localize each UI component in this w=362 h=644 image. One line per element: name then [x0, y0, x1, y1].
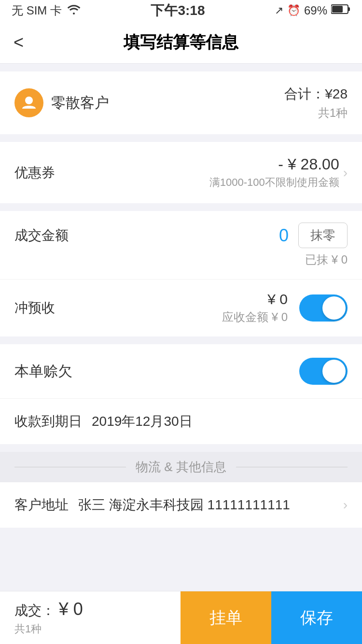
debt-toggle-knob [322, 360, 346, 383]
coupon-amount: - ¥ 28.00 [278, 155, 339, 173]
address-chevron: › [343, 497, 348, 513]
address-value: 张三 海淀永丰科技园 11111111111 [78, 496, 334, 514]
toggle-knob [322, 296, 346, 320]
debt-toggle[interactable] [299, 358, 348, 385]
due-date-value[interactable]: 2019年12月30日 [92, 412, 193, 431]
page-title: 填写结算等信息 [124, 31, 238, 54]
address-label: 客户地址 [14, 496, 69, 514]
svg-rect-1 [348, 7, 350, 11]
coupon-section[interactable]: 优惠券 - ¥ 28.00 满1000-100不限制使用金额 › [0, 142, 362, 203]
bottom-deal-amount: ¥ 0 [59, 599, 83, 619]
logistics-label: 物流 & 其他信息 [126, 459, 236, 476]
battery-icon [331, 4, 350, 17]
prepay-amount: ¥ 0 [222, 291, 288, 308]
coupon-label: 优惠券 [14, 164, 55, 182]
logistics-header: 物流 & 其他信息 [0, 452, 362, 482]
deal-row: 成交金额 0 抹零 已抹 ¥ 0 [0, 211, 362, 279]
nav-bar: < 填写结算等信息 [0, 21, 362, 64]
customer-row: 零散客户 合计：¥28 共1种 [0, 71, 362, 134]
prepay-label: 冲预收 [14, 299, 55, 317]
date-row: 收款到期日 2019年12月30日 [0, 398, 362, 444]
bottom-deal-label: 成交： [14, 603, 55, 618]
bottom-count: 共1种 [14, 622, 166, 636]
coupon-desc: 满1000-100不限制使用金额 [209, 175, 339, 190]
bottom-bar: 成交： ¥ 0 共1种 挂单 保存 [0, 591, 362, 644]
debt-row: 本单赊欠 [0, 344, 362, 398]
customer-name: 零散客户 [51, 93, 109, 113]
back-button[interactable]: < [14, 32, 24, 53]
status-time: 下午3:18 [151, 1, 205, 20]
status-left: 无 SIM 卡 [12, 3, 81, 18]
location-icon: ↗ [275, 4, 283, 17]
deal-row-bottom: 已抹 ¥ 0 [14, 252, 348, 267]
coupon-chevron: › [343, 165, 348, 181]
hold-button-label: 挂单 [209, 607, 242, 629]
battery-text: 69% [304, 4, 327, 17]
address-section[interactable]: 客户地址 张三 海淀永丰科技园 11111111111 › [0, 482, 362, 528]
hold-button[interactable]: 挂单 [181, 591, 271, 644]
prepay-toggle[interactable] [299, 294, 348, 322]
save-button-label: 保存 [300, 607, 333, 629]
prepay-amounts: ¥ 0 应收金额 ¥ 0 [222, 291, 288, 325]
total-count: 共1种 [284, 105, 348, 121]
alarm-icon: ⏰ [287, 4, 300, 17]
debt-section: 本单赊欠 收款到期日 2019年12月30日 [0, 344, 362, 444]
due-date-label: 收款到期日 [14, 412, 82, 431]
status-right: ↗ ⏰ 69% [275, 4, 350, 17]
deal-label: 成交金额 [14, 226, 69, 245]
status-bar: 无 SIM 卡 下午3:18 ↗ ⏰ 69% [0, 0, 362, 21]
deal-row-top: 成交金额 0 抹零 [14, 223, 348, 248]
save-button[interactable]: 保存 [271, 591, 362, 644]
prepay-row: 冲预收 ¥ 0 应收金额 ¥ 0 [0, 279, 362, 336]
content-area: 零散客户 合计：¥28 共1种 优惠券 - ¥ 28.00 满1000-100不… [0, 71, 362, 593]
round-zero-button[interactable]: 抹零 [298, 223, 348, 248]
customer-avatar [14, 88, 43, 117]
bottom-info: 成交： ¥ 0 共1种 [0, 599, 181, 636]
prepay-receivable: 应收金额 ¥ 0 [222, 309, 288, 325]
customer-left: 零散客户 [14, 88, 109, 117]
address-row[interactable]: 客户地址 张三 海淀永丰科技园 11111111111 › [0, 482, 362, 528]
customer-section: 零散客户 合计：¥28 共1种 [0, 71, 362, 134]
svg-point-3 [25, 97, 33, 104]
bottom-deal-row: 成交： ¥ 0 [14, 599, 166, 620]
coupon-value: - ¥ 28.00 满1000-100不限制使用金额 [209, 155, 339, 190]
customer-total: 合计：¥28 共1种 [284, 85, 348, 121]
no-sim-text: 无 SIM 卡 [12, 3, 62, 18]
debt-label: 本单赊欠 [14, 362, 72, 381]
deal-value[interactable]: 0 [279, 225, 289, 246]
total-amount: 合计：¥28 [284, 85, 348, 103]
svg-rect-2 [332, 6, 343, 13]
deal-section: 成交金额 0 抹零 已抹 ¥ 0 冲预收 ¥ 0 应收金额 ¥ 0 [0, 211, 362, 336]
coupon-row[interactable]: 优惠券 - ¥ 28.00 满1000-100不限制使用金额 › [0, 142, 362, 203]
wifi-icon [67, 4, 81, 17]
deal-input-area: 0 抹零 [279, 223, 348, 248]
prepay-right: ¥ 0 应收金额 ¥ 0 [222, 291, 348, 325]
